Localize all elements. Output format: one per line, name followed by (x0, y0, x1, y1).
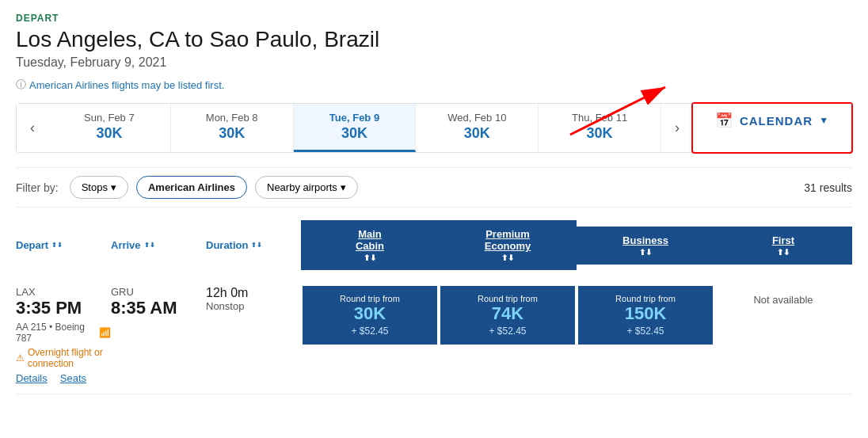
filter-stops-button[interactable]: Stops ▾ (70, 176, 128, 199)
filter-bar: Filter by: Stops ▾ American Airlines Nea… (16, 167, 852, 208)
business-price: 150K (586, 303, 705, 324)
wifi-icon: 📶 (99, 327, 111, 338)
date-label-4: Thu, Feb 11 (543, 112, 656, 124)
arrive-time: 8:35 AM (111, 298, 206, 318)
date-item-3[interactable]: Wed, Feb 10 30K (416, 104, 539, 152)
cabin-business-button[interactable]: Business ⬆⬇ (577, 227, 714, 265)
date-price-2: 30K (299, 125, 411, 142)
date-label-1: Mon, Feb 8 (176, 112, 288, 124)
cabin-main-label: MainCabin (356, 228, 384, 252)
calendar-icon: 📅 (715, 112, 733, 129)
main-cabin-from: Round trip from (310, 294, 429, 303)
details-button[interactable]: Details (16, 372, 48, 384)
flight-info-text: AA 215 • Boeing 787 (16, 322, 96, 344)
date-item-1[interactable]: Mon, Feb 8 30K (171, 104, 294, 152)
depart-label: DEPART (16, 13, 852, 24)
filter-airports-button[interactable]: Nearby airports ▾ (255, 176, 358, 199)
date-next-button[interactable]: › (661, 104, 693, 152)
flight-links: Details Seats (16, 372, 111, 384)
date-prev-button[interactable]: ‹ (17, 104, 48, 152)
seats-button[interactable]: Seats (60, 372, 86, 384)
date-item-4[interactable]: Thu, Feb 11 30K (539, 104, 661, 152)
arrive-cell: GRU 8:35 AM (111, 286, 206, 318)
premium-from: Round trip from (448, 294, 567, 303)
sort-duration-label: Duration (206, 239, 248, 251)
cabin-first-label: First (772, 234, 794, 246)
calendar-label: CALENDAR (740, 114, 813, 128)
filter-airports-dropdown-icon: ▾ (341, 181, 346, 193)
duration-cell: 12h 0m Nonstop (206, 286, 301, 312)
date-label-0: Sun, Feb 7 (53, 112, 166, 124)
route-title: Los Angeles, CA to Sao Paulo, Brazil (16, 27, 852, 52)
cabin-main-button[interactable]: MainCabin ⬆⬇ (301, 220, 439, 270)
arrive-airport: GRU (111, 286, 206, 298)
date-price-1: 30K (176, 125, 288, 142)
cabin-business-sort-icon: ⬆⬇ (639, 248, 652, 257)
first-not-available: Not available (753, 294, 813, 306)
info-bar: ⓘ American Airlines flights may be liste… (16, 78, 852, 92)
premium-extra: + $52.45 (448, 326, 567, 337)
filter-stops-dropdown-icon: ▾ (111, 181, 116, 193)
date-price-3: 30K (421, 125, 533, 142)
filter-stops-label: Stops (82, 181, 108, 193)
depart-airport: LAX (16, 286, 111, 298)
cabin-first-button[interactable]: First ⬆⬇ (714, 227, 852, 265)
calendar-button[interactable]: 📅 CALENDAR ▼ (693, 104, 851, 137)
business-price-cell[interactable]: Round trip from 150K + $52.45 (578, 286, 713, 345)
cabin-premium-sort-icon: ⬆⬇ (501, 253, 514, 262)
date-item-0[interactable]: Sun, Feb 7 30K (48, 104, 171, 152)
calendar-button-wrapper: 📅 CALENDAR ▼ (691, 102, 853, 154)
premium-price: 74K (448, 303, 567, 324)
stops-value: Nonstop (206, 300, 301, 312)
overnight-text: Overnight flight or connection (28, 347, 111, 369)
filter-airlines-label: American Airlines (148, 181, 235, 193)
cabin-business-label: Business (622, 234, 668, 246)
filter-airports-label: Nearby airports (267, 181, 337, 193)
sort-duration-icon: ⬆⬇ (251, 242, 262, 249)
depart-cell: LAX 3:35 PM AA 215 • Boeing 787 📶 ⚠ Over… (16, 286, 111, 384)
sort-depart[interactable]: Depart ⬆⬇ (16, 239, 111, 251)
filter-label: Filter by: (16, 181, 59, 194)
columns-header: Depart ⬆⬇ Arrive ⬆⬇ Duration ⬆⬇ MainCabi… (16, 220, 852, 270)
date-label-3: Wed, Feb 10 (421, 112, 533, 124)
sort-arrive-icon: ⬆⬇ (144, 242, 155, 249)
sort-duration[interactable]: Duration ⬆⬇ (206, 239, 301, 251)
filter-airlines-button[interactable]: American Airlines (136, 176, 247, 199)
sort-depart-label: Depart (16, 239, 48, 251)
results-count: 31 results (804, 181, 852, 194)
main-cabin-price-cell[interactable]: Round trip from 30K + $52.45 (303, 286, 437, 345)
info-text: American Airlines flights may be listed … (29, 79, 224, 91)
info-icon: ⓘ (16, 78, 26, 92)
date-label-2: Tue, Feb 9 (299, 112, 411, 124)
cabin-premium-button[interactable]: PremiumEconomy ⬆⬇ (439, 220, 577, 270)
date-item-2[interactable]: Tue, Feb 9 30K (294, 104, 417, 152)
depart-time: 3:35 PM (16, 298, 111, 318)
cabin-first-sort-icon: ⬆⬇ (777, 248, 790, 257)
date-selector: ‹ Sun, Feb 7 30K Mon, Feb 8 30K Tue, Feb… (16, 103, 852, 153)
sort-arrive[interactable]: Arrive ⬆⬇ (111, 239, 206, 251)
premium-economy-price-cell[interactable]: Round trip from 74K + $52.45 (440, 286, 575, 345)
sort-arrive-label: Arrive (111, 239, 141, 251)
cabin-premium-label: PremiumEconomy (485, 228, 531, 252)
business-from: Round trip from (586, 294, 705, 303)
main-cabin-extra: + $52.45 (310, 326, 429, 337)
flight-info: AA 215 • Boeing 787 📶 (16, 322, 111, 344)
date-price-4: 30K (543, 125, 656, 142)
route-date: Tuesday, February 9, 2021 (16, 55, 852, 70)
table-row: LAX 3:35 PM AA 215 • Boeing 787 📶 ⚠ Over… (16, 276, 852, 394)
business-extra: + $52.45 (586, 326, 705, 337)
calendar-dropdown-icon: ▼ (819, 115, 829, 126)
overnight-warning: ⚠ Overnight flight or connection (16, 347, 111, 369)
warning-icon: ⚠ (16, 352, 25, 364)
duration-value: 12h 0m (206, 286, 301, 300)
first-price-cell: Not available (714, 286, 852, 314)
cabin-main-sort-icon: ⬆⬇ (364, 253, 376, 262)
main-cabin-price: 30K (310, 303, 429, 324)
date-price-0: 30K (53, 125, 166, 142)
sort-depart-icon: ⬆⬇ (51, 242, 63, 249)
